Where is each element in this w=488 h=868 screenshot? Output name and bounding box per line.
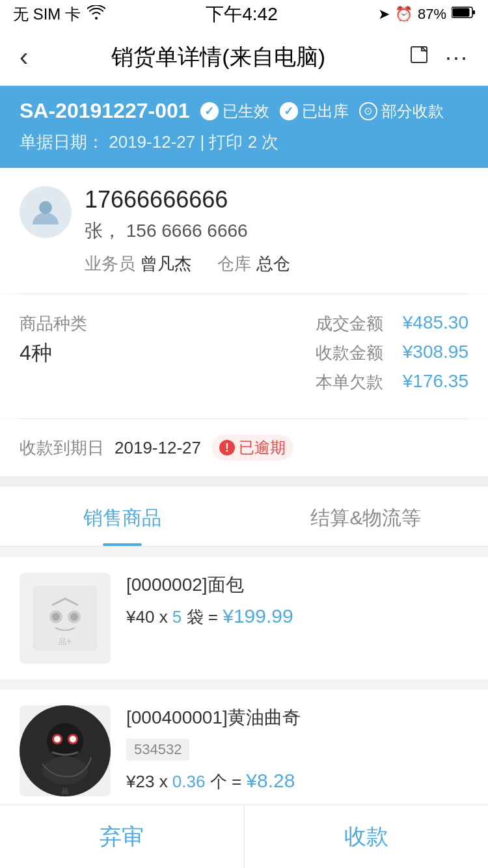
svg-text:品+: 品+ bbox=[59, 637, 71, 646]
clock-icon: ⊙ bbox=[359, 102, 377, 120]
product-total-2: ¥8.28 bbox=[246, 770, 295, 791]
tabs-bar: 销售商品 结算&物流等 bbox=[0, 487, 488, 547]
owed-amount-value: ¥176.35 bbox=[403, 371, 468, 394]
owed-amount-label: 本单欠款 bbox=[316, 371, 383, 394]
product-info-2: [000400001]黄油曲奇 534532 ¥23 x 0.36 个 = ¥8… bbox=[126, 705, 468, 793]
product-image-2: 品 bbox=[20, 705, 111, 796]
cancel-review-label: 弃审 bbox=[100, 822, 144, 852]
owed-amount-row: 本单欠款 ¥176.35 bbox=[316, 371, 468, 394]
warehouse-value: 总仓 bbox=[256, 252, 290, 275]
salesperson-label: 业务员 bbox=[85, 252, 135, 275]
date-label: 单据日期： bbox=[20, 132, 104, 152]
product-kinds-label: 商品种类 bbox=[20, 312, 87, 335]
due-date-section: 收款到期日 2019-12-27 ! 已逾期 bbox=[0, 419, 488, 476]
product-price-2: ¥23 x 0.36 个 = ¥8.28 bbox=[126, 770, 468, 793]
product-multiply-1: x bbox=[159, 607, 172, 627]
deal-amount-row: 成交金额 ¥485.30 bbox=[316, 312, 468, 335]
back-button[interactable]: ‹ bbox=[20, 42, 28, 72]
status-shipped-label: 已出库 bbox=[302, 101, 349, 122]
wifi-icon bbox=[87, 5, 105, 23]
product-name-2: [000400001]黄油曲奇 bbox=[126, 705, 468, 730]
summary-left: 商品种类 4种 bbox=[20, 312, 87, 368]
collect-payment-button[interactable]: 收款 bbox=[245, 805, 489, 868]
warehouse-label: 仓库 bbox=[217, 252, 251, 275]
svg-point-8 bbox=[52, 613, 60, 621]
due-date-value: 2019-12-27 bbox=[115, 438, 201, 458]
customer-name: 张， bbox=[85, 221, 121, 241]
collect-payment-label: 收款 bbox=[344, 822, 388, 852]
status-activated-label: 已生效 bbox=[223, 101, 269, 122]
tab-settlement[interactable]: 结算&物流等 bbox=[244, 487, 488, 546]
product-qty-2: 0.36 bbox=[172, 772, 206, 791]
tab-products[interactable]: 销售商品 bbox=[0, 487, 244, 546]
status-bar-left: 无 SIM 卡 bbox=[13, 4, 105, 25]
product-sku-2: 534532 bbox=[126, 739, 189, 761]
status-bar-right: ➤ ⏰ 87% bbox=[378, 6, 475, 23]
export-icon[interactable] bbox=[409, 44, 429, 70]
status-activated: ✓ 已生效 bbox=[200, 101, 269, 122]
overdue-badge: ! 已逾期 bbox=[211, 435, 293, 461]
check-icon-2: ✓ bbox=[280, 102, 298, 120]
status-partial-label: 部分收款 bbox=[381, 101, 444, 122]
bottom-bar: 弃审 收款 bbox=[0, 804, 488, 868]
order-date: 单据日期： 2019-12-27 | 打印 2 次 bbox=[20, 131, 468, 154]
nav-actions: ··· bbox=[409, 44, 468, 71]
product-name-1: [0000002]面包 bbox=[126, 573, 468, 597]
svg-point-9 bbox=[70, 613, 78, 621]
due-date-label: 收款到期日 bbox=[20, 437, 104, 459]
print-info: | 打印 2 次 bbox=[200, 132, 278, 152]
customer-info: 17666666666 张， 156 6666 6666 业务员 曾凡杰 仓库 … bbox=[85, 186, 468, 275]
overdue-icon: ! bbox=[219, 440, 235, 455]
customer-meta: 业务员 曾凡杰 仓库 总仓 bbox=[85, 252, 468, 275]
product-placeholder-1: 品+ bbox=[20, 573, 111, 664]
product-qty-1: 5 bbox=[172, 607, 182, 627]
customer-phone-number: 156 6666 6666 bbox=[126, 221, 248, 241]
customer-section: 17666666666 张， 156 6666 6666 业务员 曾凡杰 仓库 … bbox=[0, 168, 488, 293]
product-price-1: ¥40 x 5 袋 = ¥199.99 bbox=[126, 605, 468, 629]
svg-point-16 bbox=[54, 736, 61, 742]
location-icon: ➤ bbox=[378, 6, 390, 23]
divider-3 bbox=[0, 476, 488, 487]
nav-bar: ‹ 销货单详情(来自电脑) ··· bbox=[0, 29, 488, 86]
product-unit-price-2: ¥23 bbox=[126, 772, 154, 791]
status-partial-payment: ⊙ 部分收款 bbox=[359, 101, 444, 122]
deal-amount-label: 成交金额 bbox=[316, 312, 383, 335]
product-kinds-value: 4种 bbox=[20, 339, 87, 368]
alarm-icon: ⏰ bbox=[395, 6, 413, 23]
received-amount-value: ¥308.95 bbox=[403, 342, 468, 364]
received-amount-row: 收款金额 ¥308.95 bbox=[316, 342, 468, 364]
product-item-2: 品 [000400001]黄油曲奇 534532 ¥23 x 0.36 个 = … bbox=[0, 690, 488, 812]
customer-avatar bbox=[20, 186, 72, 238]
svg-rect-1 bbox=[472, 10, 475, 14]
more-icon[interactable]: ··· bbox=[445, 44, 468, 71]
carrier-label: 无 SIM 卡 bbox=[13, 4, 81, 25]
customer-name-phone: 张， 156 6666 6666 bbox=[85, 219, 468, 243]
deal-amount-value: ¥485.30 bbox=[403, 312, 468, 335]
received-amount-label: 收款金额 bbox=[316, 342, 383, 364]
overdue-text: 已逾期 bbox=[239, 437, 286, 458]
order-banner: SA-20191227-001 ✓ 已生效 ✓ 已出库 ⊙ 部分收款 单据日期：… bbox=[0, 86, 488, 168]
product-total-1: ¥199.99 bbox=[223, 605, 293, 627]
salesperson-value: 曾凡杰 bbox=[141, 252, 191, 275]
customer-id: 17666666666 bbox=[85, 186, 468, 213]
product-unit-2: 个 bbox=[210, 772, 227, 791]
product-equals-1: = bbox=[208, 607, 223, 627]
product-unit-price-1: ¥40 bbox=[126, 607, 154, 627]
svg-rect-2 bbox=[453, 8, 470, 17]
battery-label: 87% bbox=[418, 6, 446, 23]
cancel-review-button[interactable]: 弃审 bbox=[0, 805, 245, 868]
warehouse-item: 仓库 总仓 bbox=[217, 252, 290, 275]
svg-point-17 bbox=[70, 736, 76, 742]
product-item-1: 品+ [0000002]面包 ¥40 x 5 袋 = ¥199.99 bbox=[0, 557, 488, 679]
status-bar-time: 下午4:42 bbox=[206, 2, 278, 27]
product-image-1: 品+ bbox=[20, 573, 111, 664]
status-bar: 无 SIM 卡 下午4:42 ➤ ⏰ 87% bbox=[0, 0, 488, 29]
product-equals-2: = bbox=[232, 772, 246, 791]
order-status-tags: ✓ 已生效 ✓ 已出库 ⊙ 部分收款 bbox=[200, 101, 444, 122]
order-id: SA-20191227-001 bbox=[20, 99, 190, 123]
status-shipped: ✓ 已出库 bbox=[280, 101, 349, 122]
check-icon-1: ✓ bbox=[200, 102, 219, 120]
svg-text:品: 品 bbox=[62, 787, 68, 794]
battery-icon bbox=[452, 6, 475, 23]
page-title: 销货单详情(来自电脑) bbox=[111, 42, 325, 72]
